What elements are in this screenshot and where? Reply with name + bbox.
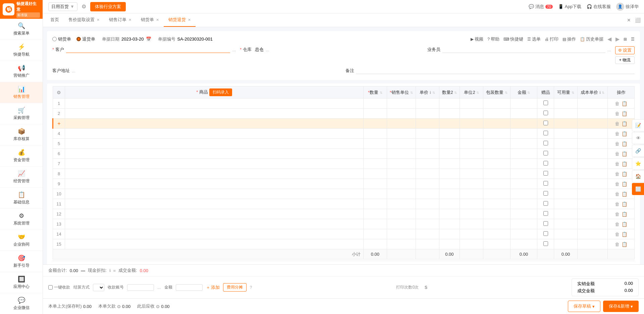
- row-price-10[interactable]: [416, 189, 439, 199]
- row-unit2-7[interactable]: [460, 159, 483, 169]
- unit2-sort-icon[interactable]: ⇅: [476, 91, 479, 95]
- row-pkg-11[interactable]: [483, 199, 511, 209]
- delete-row-icon-4[interactable]: 🗑: [615, 131, 620, 136]
- row-amount-14[interactable]: [511, 229, 537, 239]
- row-product-11[interactable]: [65, 199, 364, 209]
- copy-row-icon-4[interactable]: 📋: [622, 131, 627, 136]
- row-qty-13[interactable]: [363, 219, 387, 229]
- salesman-dots[interactable]: ...: [607, 47, 611, 52]
- row-gift-9[interactable]: [537, 179, 554, 189]
- delete-row-icon-6[interactable]: 🗑: [615, 151, 620, 156]
- row-product-1[interactable]: [65, 99, 364, 109]
- row-avail-14[interactable]: [554, 229, 578, 239]
- qty2-sort-icon[interactable]: ⇅: [454, 91, 457, 95]
- product-input-6[interactable]: [67, 151, 361, 156]
- row-qty2-2[interactable]: [439, 109, 460, 119]
- row-pkg-4[interactable]: [483, 129, 511, 139]
- row-unit-9[interactable]: [387, 179, 416, 189]
- row-cost-5[interactable]: [578, 139, 608, 149]
- row-amount-11[interactable]: [511, 199, 537, 209]
- price-sort-icon[interactable]: ⇅: [432, 91, 435, 95]
- row-unit-15[interactable]: [387, 239, 416, 249]
- tab-sale-goods[interactable]: 销货单 ✕: [136, 13, 164, 27]
- product-input-12[interactable]: [67, 211, 361, 216]
- delete-row-icon-15[interactable]: 🗑: [615, 242, 620, 247]
- next-icon[interactable]: ▶: [615, 36, 620, 42]
- row-qty-10[interactable]: [363, 189, 387, 199]
- sidebar-item-finance[interactable]: 💰 资金管理: [0, 145, 43, 167]
- gift-check-8[interactable]: [543, 171, 548, 176]
- row-unit2-3[interactable]: [460, 119, 483, 129]
- radio-sale-input[interactable]: [52, 37, 57, 41]
- history-btn[interactable]: 📋 历史单据: [580, 36, 603, 42]
- sidebar-item-purchase[interactable]: 🛒 采购管理: [0, 103, 43, 124]
- row-unit2-10[interactable]: [460, 189, 483, 199]
- row-qty-12[interactable]: [363, 209, 387, 219]
- row-unit2-12[interactable]: [460, 209, 483, 219]
- tab-close-sale-price[interactable]: ✕: [97, 18, 100, 22]
- product-input-2[interactable]: [67, 111, 361, 116]
- row-unit2-11[interactable]: [460, 199, 483, 209]
- row-pkg-15[interactable]: [483, 239, 511, 249]
- delete-row-icon-1[interactable]: 🗑: [615, 101, 620, 106]
- gift-check-3[interactable]: [543, 121, 548, 125]
- row-product-14[interactable]: [65, 229, 364, 239]
- customer-input[interactable]: [66, 46, 230, 53]
- copy-row-icon-8[interactable]: 📋: [622, 171, 627, 177]
- row-unit-7[interactable]: [387, 159, 416, 169]
- salesman-input[interactable]: [442, 46, 605, 53]
- tab-sale-order[interactable]: 销售订单 ✕: [104, 13, 136, 27]
- row-avail-2[interactable]: [554, 109, 578, 119]
- gift-check-1[interactable]: [543, 101, 548, 105]
- row-unit2-8[interactable]: [460, 169, 483, 179]
- row-pkg-2[interactable]: [483, 109, 511, 119]
- split-btn[interactable]: 费用分摊: [223, 283, 247, 292]
- gift-check-14[interactable]: [543, 231, 548, 236]
- row-gift-2[interactable]: [537, 109, 554, 119]
- row-cost-14[interactable]: [578, 229, 608, 239]
- row-gift-11[interactable]: [537, 199, 554, 209]
- row-unit-12[interactable]: [387, 209, 416, 219]
- row-gift-13[interactable]: [537, 219, 554, 229]
- row-price-11[interactable]: [416, 199, 439, 209]
- row-cost-3[interactable]: [578, 119, 608, 129]
- row-qty-2[interactable]: [363, 109, 387, 119]
- row-product-13[interactable]: [65, 219, 364, 229]
- remark-input[interactable]: [356, 67, 635, 74]
- row-avail-13[interactable]: [554, 219, 578, 229]
- row-cost-10[interactable]: [578, 189, 608, 199]
- row-qty2-3[interactable]: [439, 119, 460, 129]
- row-pkg-14[interactable]: [483, 229, 511, 239]
- row-pkg-7[interactable]: [483, 159, 511, 169]
- row-price-13[interactable]: [416, 219, 439, 229]
- row-qty-9[interactable]: [363, 179, 387, 189]
- sidebar-item-system[interactable]: ⚙ 系统管理: [0, 209, 43, 230]
- row-price-3[interactable]: [416, 119, 439, 129]
- sidebar-item-search[interactable]: 🔍 搜索菜单: [0, 19, 43, 40]
- row-qty-8[interactable]: [363, 169, 387, 179]
- row-qty-15[interactable]: [363, 239, 387, 249]
- row-unit2-2[interactable]: [460, 109, 483, 119]
- row-qty-1[interactable]: [363, 99, 387, 109]
- row-gift-10[interactable]: [537, 189, 554, 199]
- row-pkg-9[interactable]: [483, 179, 511, 189]
- copy-row-icon-3[interactable]: 📋: [622, 121, 627, 126]
- delete-row-icon-13[interactable]: 🗑: [615, 222, 620, 227]
- row-gift-8[interactable]: [537, 169, 554, 179]
- panel-item-1[interactable]: 📝: [632, 119, 644, 131]
- row-gift-3[interactable]: [537, 119, 554, 129]
- add-row-btn[interactable]: +: [57, 121, 60, 126]
- row-product-6[interactable]: [65, 149, 364, 159]
- row-amount-15[interactable]: [511, 239, 537, 249]
- row-qty2-1[interactable]: [439, 99, 460, 109]
- row-qty2-11[interactable]: [439, 199, 460, 209]
- sidebar-item-wechat[interactable]: 💬 企业微信: [0, 293, 43, 314]
- copy-row-icon-9[interactable]: 📋: [622, 181, 627, 187]
- topbar-gear-icon[interactable]: ⚙: [80, 2, 88, 11]
- account-input[interactable]: [127, 284, 154, 291]
- calendar-icon[interactable]: 📅: [146, 37, 151, 42]
- avail-sort-icon[interactable]: ⇅: [572, 91, 574, 95]
- row-avail-4[interactable]: [554, 129, 578, 139]
- experience-btn[interactable]: 体验行业方案: [90, 2, 126, 11]
- list-view-icon[interactable]: ☰: [631, 37, 635, 42]
